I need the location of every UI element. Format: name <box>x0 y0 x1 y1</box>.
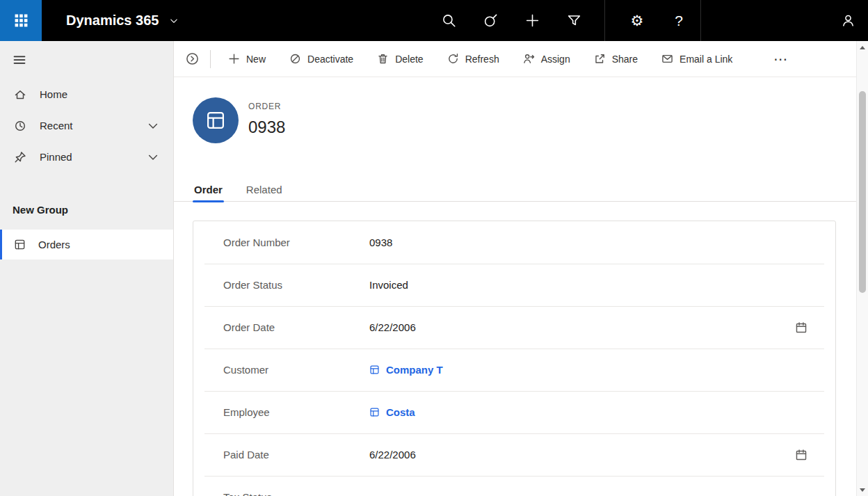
waffle-icon <box>14 13 29 28</box>
field-label: Order Status <box>193 279 369 291</box>
sidebar-item-label: Recent <box>40 120 73 131</box>
field-label: Order Number <box>193 237 369 248</box>
entity-icon <box>205 110 226 131</box>
form-fields: Order Number0938Order StatusInvoicedOrde… <box>193 221 835 496</box>
field-value[interactable]: 0938 <box>369 237 392 248</box>
refresh-icon <box>447 53 459 65</box>
chevron-down-icon[interactable] <box>147 151 159 163</box>
field-value-area: 6/22/2006 <box>369 433 835 476</box>
top-navigation-bar: Dynamics 365 ⚙? <box>0 0 868 41</box>
record-avatar <box>193 97 239 143</box>
tab-order[interactable]: Order <box>193 177 224 202</box>
help-button[interactable]: ? <box>658 0 700 41</box>
hamburger-icon <box>13 53 26 67</box>
expand-command-bar-button[interactable] <box>174 41 210 77</box>
command-share-button[interactable]: Share <box>582 41 650 77</box>
share-icon <box>594 53 606 65</box>
command-deactivate-button[interactable]: Deactivate <box>278 41 365 77</box>
lookup-link[interactable]: Costa <box>369 406 415 418</box>
sidebar-item-label: Orders <box>38 239 70 250</box>
app-window: Dynamics 365 ⚙? HomeRecentPinned New Gro… <box>0 0 868 496</box>
field-label: Paid Date <box>193 449 369 461</box>
command-bar: NewDeactivateDeleteRefreshAssignShareEma… <box>174 41 856 77</box>
record-title: 0938 <box>248 118 285 137</box>
quick-create-plus-button[interactable] <box>511 0 553 41</box>
command-button-label: Share <box>612 54 638 65</box>
field-value-area: Costa <box>369 391 835 433</box>
scroll-down-button[interactable] <box>857 484 868 495</box>
form-row: Order StatusInvoiced <box>193 264 835 306</box>
command-new-button[interactable]: New <box>216 41 278 77</box>
field-label: Tax Status <box>193 491 369 496</box>
field-label: Employee <box>193 406 369 418</box>
field-value-area: 0938 <box>369 221 835 264</box>
search-button[interactable] <box>428 0 469 41</box>
assign-icon <box>523 53 535 65</box>
chevron-right-circle-icon <box>186 52 199 65</box>
field-value-area: 6/22/2006 <box>369 306 835 349</box>
command-overflow-button[interactable]: ⋯ <box>764 41 797 77</box>
sidebar-item-home[interactable]: Home <box>0 79 173 110</box>
chevron-down-icon[interactable] <box>147 120 159 132</box>
lookup-link[interactable]: Company T <box>369 364 443 376</box>
command-button-label: Delete <box>395 54 423 65</box>
topbar-divider <box>700 0 701 41</box>
sidebar-group-label: New Group <box>13 205 68 216</box>
record-form-area: ORDER 0938 OrderRelated Order Number0938… <box>174 77 856 496</box>
command-assign-button[interactable]: Assign <box>511 41 582 77</box>
lookup-value: Company T <box>386 364 443 376</box>
sidebar-nav: HomeRecentPinned <box>0 79 173 173</box>
compass-button[interactable] <box>469 0 511 41</box>
settings-gear-icon: ⚙ <box>631 13 644 28</box>
filter-button[interactable] <box>553 0 595 41</box>
command-refresh-button[interactable]: Refresh <box>435 41 511 77</box>
field-value[interactable]: 6/22/2006 <box>369 449 416 461</box>
calendar-icon[interactable] <box>795 449 807 461</box>
vertical-scrollbar[interactable] <box>856 41 868 496</box>
scroll-up-button[interactable] <box>857 42 868 53</box>
tab-label: Order <box>194 184 223 195</box>
command-delete-button[interactable]: Delete <box>365 41 435 77</box>
sidebar-item-pinned[interactable]: Pinned <box>0 141 173 173</box>
field-label: Customer <box>193 364 369 376</box>
command-button-label: Email a Link <box>680 54 732 65</box>
quick-create-plus-icon <box>525 13 540 28</box>
lookup-value: Costa <box>386 406 415 418</box>
field-value-area: Company T <box>369 349 835 391</box>
command-button-label: Refresh <box>465 54 499 65</box>
help-icon: ? <box>675 13 683 28</box>
field-label: Order Date <box>193 321 369 333</box>
search-icon <box>442 13 456 28</box>
app-switcher[interactable]: Dynamics 365 <box>66 0 179 41</box>
field-value-area <box>369 476 835 496</box>
sidebar-item-orders[interactable]: Orders <box>0 230 173 259</box>
sidebar-group-list: Orders <box>0 230 173 259</box>
scroll-down-arrow-icon <box>860 488 865 492</box>
scrollbar-thumb[interactable] <box>859 91 866 293</box>
command-email-a-link-button[interactable]: Email a Link <box>650 41 744 77</box>
compass-icon <box>483 13 498 28</box>
account-button[interactable] <box>828 0 868 41</box>
clock-icon <box>14 120 26 132</box>
topbar-divider <box>604 0 605 41</box>
chevron-down-icon <box>169 16 179 26</box>
app-launcher-button[interactable] <box>0 0 42 41</box>
filter-icon <box>567 13 581 28</box>
calendar-icon[interactable] <box>795 321 807 334</box>
tab-related[interactable]: Related <box>245 177 284 202</box>
form-card: Order Number0938Order StatusInvoicedOrde… <box>193 221 836 496</box>
collapse-sitemap-button[interactable] <box>11 51 28 68</box>
sidebar-item-recent[interactable]: Recent <box>0 110 173 141</box>
form-row: Tax Status <box>193 476 835 496</box>
topbar-icon-group <box>428 0 595 41</box>
field-value[interactable]: Invoiced <box>369 279 408 291</box>
command-bar-divider <box>210 50 211 68</box>
field-value[interactable]: 6/22/2006 <box>369 321 416 333</box>
delete-trash-icon <box>377 53 389 65</box>
command-button-label: Deactivate <box>307 54 353 65</box>
form-row: Order Date6/22/2006 <box>193 306 835 349</box>
form-row: CustomerCompany T <box>193 349 835 391</box>
settings-gear-button[interactable]: ⚙ <box>616 0 658 41</box>
command-button-label: Assign <box>541 54 570 65</box>
tab-label: Related <box>246 184 282 195</box>
